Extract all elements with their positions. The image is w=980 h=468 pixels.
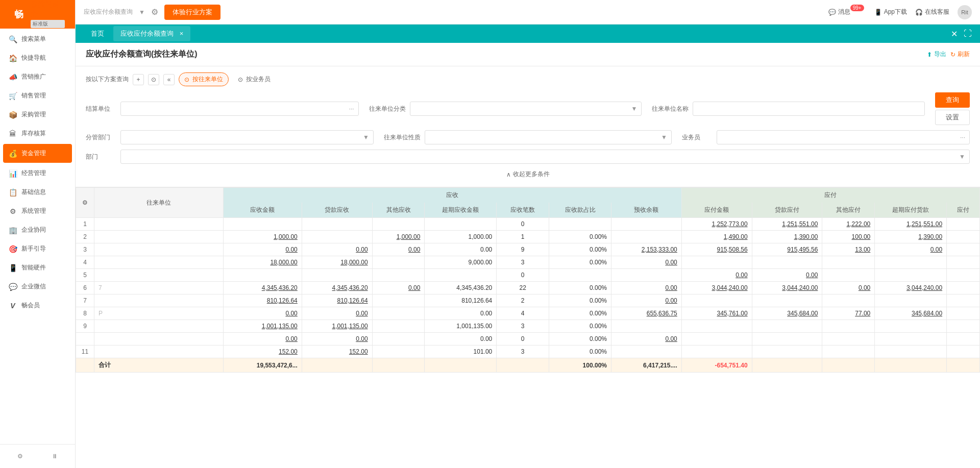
row-ar-advance[interactable] [611,231,681,243]
unit-name-input[interactable] [693,102,925,116]
row-ap-overdue[interactable] [875,320,947,333]
row-ar-amount[interactable]: 1,000.00 [224,231,302,243]
row-ar-other[interactable] [372,307,425,320]
sidebar-settings-btn[interactable]: ⚙ [5,450,36,463]
filter-add-button[interactable]: + [133,74,144,85]
row-ar-other[interactable] [372,333,425,346]
row-ap-overdue[interactable] [875,269,947,282]
online-service-item[interactable]: 🎧 在线客服 [915,8,949,16]
refresh-button[interactable]: ↻ 刷新 [950,50,970,59]
row-ap-amount[interactable] [681,333,752,346]
row-ar-advance[interactable]: 0.00 [611,282,681,294]
row-ap-other[interactable] [822,320,875,333]
row-ar-amount[interactable]: 152.00 [224,346,302,358]
row-ap-other[interactable]: 77.00 [822,307,875,320]
tab-current[interactable]: 应收应付余额查询 × [113,26,190,41]
unit-category-input[interactable]: ▼ [410,102,642,116]
row-ar-amount[interactable]: 18,000.00 [224,256,302,269]
row-ar-advance[interactable] [611,269,681,282]
solution-button[interactable]: 体验行业方案 [164,5,220,20]
row-ar-amount[interactable] [224,218,302,231]
row-ar-advance[interactable]: 655,636.75 [611,307,681,320]
filter-by-staff[interactable]: ⊙ 按业务员 [233,73,276,86]
row-ar-loan[interactable]: 0.00 [302,333,372,346]
row-ar-loan[interactable]: 152.00 [302,346,372,358]
row-ar-loan[interactable]: 0.00 [302,243,372,256]
row-ap-amount[interactable]: 915,508.56 [681,243,752,256]
settlement-input[interactable]: ··· [120,102,359,116]
sidebar-item-system[interactable]: ⚙ 系统管理 [0,202,75,220]
sidebar-item-enterprise[interactable]: 🏢 企业协同 [0,220,75,239]
row-ar-loan[interactable]: 0.00 [302,307,372,320]
row-ap-loan[interactable] [752,256,822,269]
row-ap-other[interactable] [822,346,875,358]
row-ap-other[interactable] [822,269,875,282]
row-ap-other[interactable]: 1,222.00 [822,218,875,231]
row-ap-amount[interactable]: 1,490.00 [681,231,752,243]
row-ap-other[interactable] [822,256,875,269]
row-ap-amount[interactable]: 3,044,240.00 [681,282,752,294]
sidebar-item-guide[interactable]: 🎯 新手引导 [0,239,75,258]
row-ap-loan[interactable]: 915,495.56 [752,243,822,256]
row-ar-loan[interactable]: 4,345,436.20 [302,282,372,294]
sidebar-item-member[interactable]: V 畅会员 [0,296,75,315]
sidebar-item-inventory[interactable]: 🏛 库存核算 [0,124,75,143]
row-ar-amount[interactable]: 0.00 [224,307,302,320]
query-button[interactable]: 查询 [935,92,970,108]
row-ar-advance[interactable] [611,346,681,358]
branch-input[interactable]: ▼ [120,130,374,144]
row-ap-other[interactable] [822,294,875,307]
sidebar-item-sales[interactable]: 🛒 销售管理 [0,86,75,105]
row-ar-loan[interactable] [302,218,372,231]
sidebar-item-basic[interactable]: 📋 基础信息 [0,183,75,202]
row-ar-amount[interactable]: 0.00 [224,333,302,346]
row-ar-advance[interactable]: 2,153,333.00 [611,243,681,256]
row-ap-overdue[interactable]: 345,684.00 [875,307,947,320]
row-ar-loan[interactable]: 810,126.64 [302,294,372,307]
salesperson-input[interactable]: ··· [717,130,970,144]
row-ar-advance[interactable]: 0.00 [611,294,681,307]
unit-nature-input[interactable]: ▼ [425,130,672,144]
sidebar-item-finance[interactable]: 💰 资金管理 [3,144,72,163]
row-ap-overdue[interactable] [875,333,947,346]
row-ar-other[interactable]: 1,000.00 [372,231,425,243]
row-ap-other[interactable]: 0.00 [822,282,875,294]
row-ar-other[interactable] [372,346,425,358]
row-ap-amount[interactable]: 1,252,773.00 [681,218,752,231]
row-ap-overdue[interactable] [875,294,947,307]
row-ar-other[interactable] [372,269,425,282]
row-ar-other[interactable] [372,294,425,307]
row-ar-amount[interactable]: 810,126.64 [224,294,302,307]
collapse-bar[interactable]: ∧ 收起更多条件 [86,168,970,181]
sidebar-collapse-btn[interactable]: ⏸ [40,450,70,463]
tab-home[interactable]: 首页 [84,26,111,41]
row-ap-amount[interactable] [681,320,752,333]
row-ar-amount[interactable]: 4,345,436.20 [224,282,302,294]
row-ap-overdue[interactable]: 1,251,551.00 [875,218,947,231]
row-ar-amount[interactable] [224,269,302,282]
row-ap-amount[interactable] [681,294,752,307]
row-ap-loan[interactable] [752,333,822,346]
settings-button[interactable]: 设置 [935,110,970,125]
user-avatar[interactable]: Rit [958,5,972,19]
row-ar-amount[interactable]: 0.00 [224,243,302,256]
row-ap-overdue[interactable]: 1,390.00 [875,231,947,243]
row-ar-loan[interactable] [302,269,372,282]
row-ar-advance[interactable] [611,320,681,333]
row-ap-overdue[interactable]: 3,044,240.00 [875,282,947,294]
row-ap-amount[interactable] [681,256,752,269]
row-ar-advance[interactable]: 0.00 [611,256,681,269]
export-button[interactable]: ⬆ 导出 [927,50,946,59]
row-ap-loan[interactable]: 345,684.00 [752,307,822,320]
topbar-gear-icon[interactable]: ⚙ [151,7,158,17]
row-ar-other[interactable] [372,256,425,269]
notification-item[interactable]: 💬 消息 99+ [828,8,866,16]
filter-by-unit[interactable]: ⊙ 按往来单位 [179,72,229,86]
row-ap-loan[interactable] [752,294,822,307]
th-settings[interactable]: ⚙ [76,188,94,218]
row-ar-loan[interactable]: 1,001,135.00 [302,320,372,333]
row-ap-loan[interactable] [752,346,822,358]
row-ap-other[interactable]: 100.00 [822,231,875,243]
filter-setting-button[interactable]: ⊙ [148,74,159,85]
sidebar-item-search[interactable]: 🔍 搜索菜单 [0,30,75,48]
